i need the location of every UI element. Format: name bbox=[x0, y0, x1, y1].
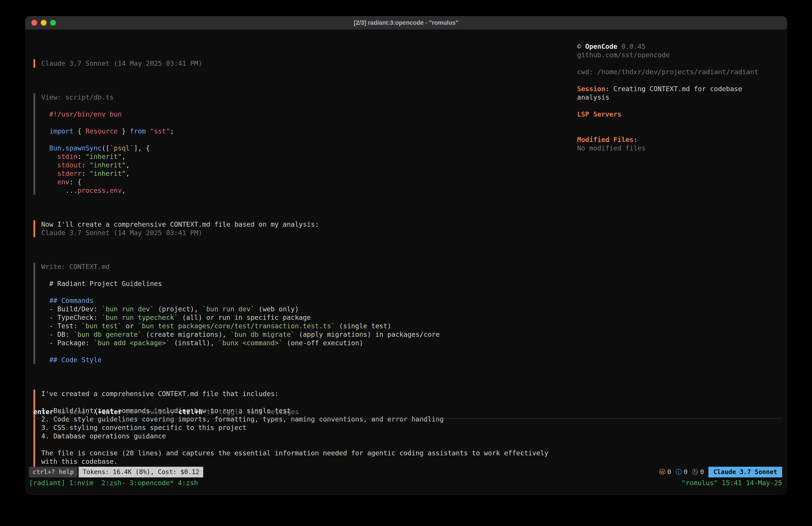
text-token bbox=[41, 170, 57, 177]
text-line: analysis bbox=[577, 93, 784, 102]
text-token: stderr bbox=[57, 170, 81, 177]
tool-view-block: View: script/db.ts #!/usr/bin/env bun im… bbox=[33, 93, 575, 195]
text-line: Claude 3.7 Sonnet (14 May 2025 03:41 PM) bbox=[41, 59, 575, 68]
text-token: : bbox=[82, 161, 90, 169]
text-line: I've created a comprehensive CONTEXT.md … bbox=[41, 389, 575, 398]
terminal-content: Claude 3.7 Sonnet (14 May 2025 03:41 PM)… bbox=[25, 30, 787, 495]
hint-diagnostic: ⓗ 0 bbox=[692, 468, 704, 476]
text-token bbox=[41, 153, 57, 160]
text-line: - Package: `bun add <package>` (install)… bbox=[41, 339, 575, 347]
text-token: enter bbox=[33, 408, 54, 416]
text-token: ... bbox=[41, 187, 77, 194]
text-token: . bbox=[61, 144, 65, 152]
text-token: for newline, bbox=[122, 408, 178, 416]
text-token: , bbox=[126, 161, 130, 169]
minimize-button[interactable] bbox=[41, 20, 47, 26]
text-token: `bun run dev` bbox=[202, 305, 255, 313]
text-token: Write: CONTEXT.md bbox=[41, 263, 110, 271]
assistant-message: Now I'll create a comprehensive CONTEXT.… bbox=[33, 220, 575, 237]
close-button[interactable] bbox=[31, 20, 37, 26]
text-line bbox=[41, 288, 575, 296]
text-line: Bun.spawnSync([`psql`], { bbox=[41, 144, 575, 153]
text-line: env: { bbox=[41, 178, 575, 186]
window-title: [2/3] radiant:3:opencode - "romulus" bbox=[354, 19, 459, 26]
text-token: The file is concise (20 lines) and captu… bbox=[41, 449, 548, 457]
terminal-window: [2/3] radiant:3:opencode - "romulus" Cla… bbox=[25, 16, 787, 495]
prompt-input[interactable]: > bbox=[33, 424, 782, 440]
text-token: OpenCode bbox=[585, 43, 618, 51]
text-line bbox=[577, 118, 784, 127]
text-token: `bunx <command>` bbox=[218, 339, 283, 347]
text-line: Session: Creating CONTEXT.md for codebas… bbox=[577, 85, 784, 93]
text-token: : { bbox=[69, 178, 81, 186]
text-token: `bun test packages/core/test/transaction… bbox=[138, 322, 335, 330]
text-line: stderr: "inherit", bbox=[41, 169, 575, 178]
text-line: - Build/Dev: `bun run dev` (project), `b… bbox=[41, 305, 575, 313]
text-token: } bbox=[118, 127, 130, 135]
text-token: { bbox=[74, 127, 86, 135]
text-token: (all) or run in specific package bbox=[178, 314, 311, 322]
text-line bbox=[41, 347, 575, 356]
text-line bbox=[577, 127, 784, 136]
text-token: `bun test` bbox=[82, 322, 122, 330]
text-line: Write: CONTEXT.md bbox=[41, 262, 575, 271]
text-token: cwd: /home/thdxr/dev/projects/radiant/ra… bbox=[577, 68, 758, 76]
info-diagnostic: ⓘ 0 bbox=[676, 468, 688, 476]
text-line: import { Resource } from "sst"; bbox=[41, 127, 575, 136]
info-sidebar: © OpenCode 0.0.45github.com/sst/opencode… bbox=[577, 42, 784, 153]
text-token: (install), bbox=[170, 339, 218, 347]
text-token: import bbox=[49, 127, 73, 135]
text-token: to toggle tool messages bbox=[203, 408, 299, 416]
text-token: I've created a comprehensive CONTEXT.md … bbox=[41, 390, 279, 398]
text-token: - DB: bbox=[41, 330, 74, 338]
text-token: "inherit" bbox=[86, 153, 122, 160]
text-token bbox=[41, 144, 49, 152]
text-line: LSP Servers bbox=[577, 110, 784, 118]
prompt-icon: > bbox=[58, 432, 61, 440]
text-line: - Test: `bun test` or `bun test packages… bbox=[41, 322, 575, 330]
tmux-session-info: "romulus" 15:41 14-May-25 bbox=[681, 479, 782, 487]
text-token: # Radiant Project Guidelines bbox=[41, 280, 162, 287]
text-token: (project), bbox=[154, 305, 202, 313]
text-line: © OpenCode 0.0.45 bbox=[577, 42, 784, 51]
text-token: , bbox=[122, 153, 126, 160]
hint-count: 0 bbox=[700, 468, 704, 476]
text-token: - TypeCheck: bbox=[41, 314, 102, 322]
text-token: "inherit" bbox=[90, 170, 126, 177]
text-token: `psql` bbox=[110, 144, 134, 152]
status-right: Ⓦ 0 ⓘ 0 ⓗ 0 Claude 3.7 Sonnet bbox=[659, 467, 782, 478]
text-line bbox=[41, 271, 575, 280]
text-line: View: script/db.ts bbox=[41, 93, 575, 102]
text-token bbox=[41, 297, 49, 304]
text-token bbox=[41, 127, 49, 135]
text-token: ; bbox=[170, 127, 174, 135]
text-line: Modified Files: bbox=[577, 136, 784, 144]
text-line bbox=[577, 76, 784, 85]
text-line: - TypeCheck: `bun run typecheck` (all) o… bbox=[41, 313, 575, 322]
text-token: Creating CONTEXT.md for codebase bbox=[609, 85, 742, 93]
text-token: process bbox=[77, 187, 106, 194]
info-icon: ⓘ bbox=[676, 468, 682, 476]
text-token: ], { bbox=[134, 144, 150, 152]
text-line: stdout: "inherit", bbox=[41, 161, 575, 169]
tmux-window-list[interactable]: [radiant] 1:nvim 2:zsh- 3:opencode* 4:zs… bbox=[29, 479, 198, 487]
text-token: `bun db migrate` bbox=[230, 330, 295, 338]
text-token: `bun run typecheck` bbox=[102, 314, 178, 322]
text-token: \+enter bbox=[94, 408, 122, 416]
text-token: #!/usr/bin/env bun bbox=[49, 110, 122, 118]
text-token: , bbox=[122, 187, 126, 194]
help-key-hint: ctrl+? help bbox=[29, 467, 77, 478]
text-token: github.com/sst/opencode bbox=[577, 51, 670, 59]
text-token: ctrl+h bbox=[178, 408, 202, 416]
text-line bbox=[577, 102, 784, 110]
text-token: : bbox=[82, 170, 90, 177]
text-line: Claude 3.7 Sonnet (14 May 2025 03:41 PM) bbox=[41, 229, 575, 237]
text-token bbox=[41, 110, 49, 118]
warning-diagnostic: Ⓦ 0 bbox=[659, 468, 671, 476]
token-cost-indicator: Tokens: 16.4K (8%), Cost: $0.12 bbox=[79, 467, 203, 478]
text-token: to send, bbox=[54, 408, 94, 416]
text-token: stdin bbox=[57, 153, 77, 160]
text-token: env bbox=[57, 178, 69, 186]
zoom-button[interactable] bbox=[50, 20, 56, 26]
text-token: 0.0.45 bbox=[618, 43, 646, 51]
